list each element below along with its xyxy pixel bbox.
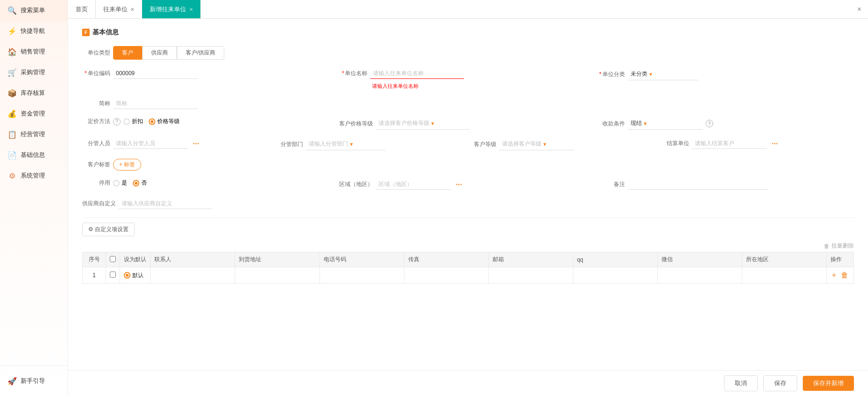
address-input[interactable] bbox=[239, 270, 315, 280]
department-placeholder: 请输入分管部门 bbox=[309, 140, 348, 148]
remark-input[interactable] bbox=[628, 179, 769, 190]
cell-fax[interactable] bbox=[404, 267, 488, 284]
department-arrow: ▾ bbox=[350, 141, 353, 148]
batch-delete-label[interactable]: 批量删除 bbox=[831, 242, 854, 250]
cell-region[interactable] bbox=[742, 267, 826, 284]
tab-new-partner[interactable]: 新增往来单位 × bbox=[142, 0, 201, 18]
disabled-radio-no[interactable]: 否 bbox=[133, 179, 147, 187]
custom-settings-button[interactable]: ⚙ 自定义项设置 bbox=[82, 223, 135, 236]
sidebar-item-quicknav[interactable]: ⚡ 快捷导航 bbox=[0, 21, 68, 41]
region-group: 区域（地区） ··· bbox=[339, 179, 596, 190]
table-header-row: 序号 设为默认 联系人 到货地址 电话号码 传真 邮箱 qq 微信 所在地区 操… bbox=[83, 252, 854, 267]
cell-checkbox[interactable] bbox=[106, 267, 120, 284]
shortname-input[interactable] bbox=[113, 98, 198, 109]
sidebar-item-basic[interactable]: 📄 基础信息 bbox=[0, 145, 68, 165]
sidebar-item-finance[interactable]: 💰 资金管理 bbox=[0, 103, 68, 124]
sidebar-item-label: 库存核算 bbox=[21, 89, 45, 97]
col-fax: 传真 bbox=[404, 252, 488, 267]
tab-partners[interactable]: 往来单位 × bbox=[96, 0, 142, 18]
sidebar-item-guide[interactable]: 🚀 新手引导 bbox=[0, 371, 68, 391]
save-button[interactable]: 保存 bbox=[763, 375, 797, 391]
pricing-question[interactable]: ? bbox=[113, 118, 121, 125]
sidebar-item-label: 销售管理 bbox=[21, 47, 45, 56]
payment-terms-question[interactable]: ? bbox=[706, 120, 713, 127]
radio-level-label: 价格等级 bbox=[157, 117, 180, 125]
default-radio-circle bbox=[124, 272, 130, 279]
delete-row-button[interactable]: 🗑 bbox=[839, 271, 850, 280]
pricing-radio-level[interactable]: 价格等级 bbox=[149, 117, 180, 125]
wechat-input[interactable] bbox=[662, 270, 738, 280]
region-input[interactable] bbox=[376, 179, 451, 190]
settlement-dots[interactable]: ··· bbox=[770, 140, 780, 148]
cancel-button[interactable]: 取消 bbox=[724, 375, 758, 391]
customer-level-select[interactable]: 请选择客户等级 ▾ bbox=[499, 138, 574, 150]
disabled-radio-yes[interactable]: 是 bbox=[113, 179, 127, 187]
pricing-radio-group: 折扣 价格等级 bbox=[123, 117, 180, 125]
sidebar-item-label: 系统管理 bbox=[21, 171, 45, 180]
sales-icon: 🏠 bbox=[8, 47, 17, 56]
name-error-msg: 请输入往来单位名称 bbox=[372, 83, 419, 90]
cell-contact[interactable] bbox=[151, 267, 235, 284]
batch-delete-area: 🗑 批量删除 bbox=[82, 242, 854, 250]
cell-qq[interactable] bbox=[573, 267, 657, 284]
add-tag-button[interactable]: + 标签 bbox=[113, 159, 141, 171]
manager-dots[interactable]: ··· bbox=[191, 140, 201, 148]
table-region-input[interactable] bbox=[746, 270, 822, 280]
tab-home[interactable]: 首页 bbox=[68, 0, 96, 18]
form-footer: 取消 保存 保存并新增 bbox=[68, 370, 868, 396]
guide-icon: 🚀 bbox=[8, 376, 17, 386]
payment-terms-arrow: ▾ bbox=[644, 120, 647, 127]
disabled-radio-group: 是 否 bbox=[113, 179, 147, 187]
pricing-radio-discount[interactable]: 折扣 bbox=[123, 117, 143, 125]
save-and-new-button[interactable]: 保存并新增 bbox=[803, 376, 854, 391]
add-row-button[interactable]: + bbox=[830, 271, 838, 280]
unit-type-customer[interactable]: 客户 bbox=[113, 46, 142, 60]
payment-terms-select[interactable]: 现结 ▾ bbox=[628, 117, 703, 130]
name-label: *单位名称 bbox=[339, 70, 367, 78]
select-all-checkbox[interactable] bbox=[110, 256, 116, 262]
section-title: 基本信息 bbox=[92, 28, 119, 37]
cell-wechat[interactable] bbox=[657, 267, 742, 284]
department-label: 分管部门 bbox=[275, 140, 303, 148]
supplier-custom-input[interactable] bbox=[119, 198, 213, 209]
default-radio-label: 默认 bbox=[132, 272, 144, 280]
unit-type-group: 单位类型 客户 供应商 客户/供应商 bbox=[82, 46, 854, 60]
region-dots[interactable]: ··· bbox=[454, 180, 464, 189]
name-input[interactable] bbox=[370, 68, 464, 79]
unit-type-supplier[interactable]: 供应商 bbox=[142, 46, 177, 60]
cell-address[interactable] bbox=[235, 267, 320, 284]
default-radio[interactable]: 默认 bbox=[124, 272, 146, 280]
tab-partners-close[interactable]: × bbox=[130, 6, 134, 13]
fax-input[interactable] bbox=[408, 270, 485, 280]
sidebar-item-label: 新手引导 bbox=[21, 377, 45, 385]
tab-new-partner-close[interactable]: × bbox=[189, 6, 193, 13]
col-checkbox[interactable] bbox=[106, 252, 120, 267]
supplier-custom-row: 供应商自定义 bbox=[82, 198, 854, 209]
department-select[interactable]: 请输入分管部门 ▾ bbox=[306, 138, 386, 150]
department-group: 分管部门 请输入分管部门 ▾ bbox=[275, 138, 468, 150]
phone-input[interactable] bbox=[324, 270, 400, 280]
sidebar-item-system[interactable]: ⚙ 系统管理 bbox=[0, 165, 68, 186]
contact-input[interactable] bbox=[154, 270, 231, 280]
sidebar-item-inventory[interactable]: 📦 库存核算 bbox=[0, 83, 68, 103]
customer-price-level-select[interactable]: 请选择客户价格等级 ▾ bbox=[376, 117, 470, 130]
sidebar-item-purchase[interactable]: 🛒 采购管理 bbox=[0, 62, 68, 83]
unit-type-label: 单位类型 bbox=[82, 49, 110, 57]
unit-type-both[interactable]: 客户/供应商 bbox=[177, 46, 224, 60]
manager-input[interactable] bbox=[113, 138, 188, 149]
cell-email[interactable] bbox=[488, 267, 573, 284]
customer-level-arrow: ▾ bbox=[543, 141, 546, 148]
code-input[interactable] bbox=[113, 68, 198, 79]
sidebar-item-sales[interactable]: 🏠 销售管理 bbox=[0, 41, 68, 62]
sidebar-item-operation[interactable]: 📋 经营管理 bbox=[0, 124, 68, 145]
cell-phone[interactable] bbox=[320, 267, 404, 284]
close-all-button[interactable]: × bbox=[851, 5, 868, 14]
category-select[interactable]: 未分类 ▾ bbox=[628, 68, 698, 80]
row-checkbox[interactable] bbox=[110, 272, 116, 278]
settlement-input[interactable] bbox=[692, 138, 767, 149]
email-input[interactable] bbox=[493, 270, 569, 280]
form-divider bbox=[82, 217, 854, 218]
qq-input[interactable] bbox=[577, 270, 654, 280]
sidebar-item-search[interactable]: 🔍 搜索菜单 bbox=[0, 0, 68, 21]
operation-icon: 📋 bbox=[8, 130, 17, 139]
